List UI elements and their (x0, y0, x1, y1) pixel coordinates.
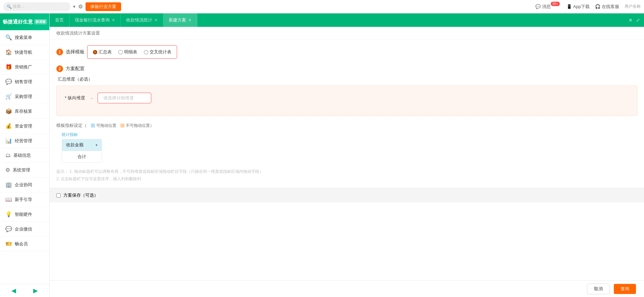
bulb-icon: 💡 (5, 211, 12, 217)
footer-save-area: 方案保存（可选） (50, 188, 644, 202)
sidebar-item-finance[interactable]: 💰 资金管理 (0, 119, 49, 134)
hint-section: 提示： 1. 拖动标题栏可以调整布局，不可跨维度或指标区域拖动栏目字段（只能在同… (56, 168, 637, 183)
step2-title: 方案配置 (66, 66, 85, 72)
sidebar-item-search[interactable]: 🔍 搜索菜单 (0, 30, 49, 45)
draggable-indicator: 可拖动位置 (91, 123, 116, 129)
sidebar-item-quick[interactable]: 🏠 快捷导航 (0, 45, 49, 60)
search-menu-icon: 🔍 (5, 34, 12, 41)
download-label: App下载 (573, 4, 590, 10)
sidebar-item-sales[interactable]: 💬 销售管理 (0, 75, 49, 89)
save-checkbox-label[interactable]: 方案保存（可选） (63, 192, 98, 198)
gift-icon: 🎁 (5, 64, 12, 70)
metrics-table-header[interactable]: 收款金额 ▾ (62, 139, 102, 151)
radio-detail-label[interactable]: 明细表 (124, 49, 137, 55)
header-dropdown-icon[interactable]: ▾ (73, 4, 75, 9)
tab-bank[interactable]: 现金银行流水查询 ✕ (69, 13, 121, 27)
step1-num: 1 (56, 49, 63, 55)
window-maximize-button[interactable]: ⤢ (636, 17, 640, 23)
hint-line-1: 提示： 1. 拖动标题栏可以调整布局，不可跨维度或指标区域拖动栏目字段（只能在同… (56, 168, 637, 176)
radio-summary-input[interactable] (93, 50, 97, 54)
content-area: 首页 现金银行流水查询 ✕ 收款情况统计 ✕ 新建方案 ✕ ✕ ⤢ 收款情 (50, 13, 644, 297)
tab-home[interactable]: 首页 (50, 13, 69, 27)
sidebar-label-finance: 资金管理 (15, 123, 32, 129)
draggable-label: 可拖动位置 (96, 123, 116, 129)
bottom-action-bar: 取消 查询 (50, 280, 644, 297)
form-section: 1 选择模板 汇总表 明细表 交叉统计表 (50, 40, 644, 188)
tab-collection-close[interactable]: ✕ (154, 18, 158, 22)
sidebar-bottom-icon-right[interactable]: ▶ (33, 287, 38, 294)
sidebar-item-basic[interactable]: 🗂 基础信息 (0, 148, 49, 163)
header-gear-icon[interactable]: ⚙ (78, 3, 83, 10)
dim-select-dropdown[interactable]: 请选择分组维度 (98, 93, 151, 103)
home-icon: 🏠 (5, 49, 12, 55)
trial-button[interactable]: 体验行业方案 (86, 2, 121, 11)
step2-num: 2 (56, 65, 63, 72)
tab-collection[interactable]: 收款情况统计 ✕ (121, 13, 163, 27)
non-draggable-label: 不可拖动位置） (126, 123, 154, 129)
radio-cross-label[interactable]: 交叉统计表 (150, 49, 171, 55)
header-search-bar[interactable]: 🔍 搜索... (3, 2, 70, 11)
tab-bar: 首页 现金银行流水查询 ✕ 收款情况统计 ✕ 新建方案 ✕ ✕ ⤢ (50, 13, 644, 27)
arrow-icon: → (89, 96, 94, 101)
save-checkbox[interactable] (56, 193, 61, 198)
download-icon: 📱 (567, 4, 572, 9)
sidebar-bottom-icon-left[interactable]: ◀ (11, 287, 16, 294)
sidebar-label-member: 畅会员 (15, 241, 28, 247)
sidebar-bottom: ◀ ▶ (0, 284, 49, 297)
message-label: 消息 (542, 4, 551, 10)
folder-icon: 🗂 (5, 152, 11, 158)
sidebar-label-inventory: 库存核算 (15, 108, 32, 114)
radio-cross[interactable]: 交叉统计表 (144, 49, 171, 55)
tab-bank-label: 现金银行流水查询 (75, 17, 110, 23)
sidebar-label-basic: 基础信息 (13, 152, 31, 158)
sidebar-label-corp: 企业协同 (15, 182, 32, 188)
sidebar-label-wechat: 企业微信 (15, 226, 32, 232)
sidebar-label-hardware: 智能硬件 (15, 211, 32, 217)
tab-bank-close[interactable]: ✕ (112, 18, 115, 22)
support-label: 在线客服 (602, 4, 619, 10)
message-button[interactable]: 💬 消息 99+ (535, 4, 561, 10)
cancel-button[interactable]: 取消 (587, 284, 610, 294)
sidebar-item-purchase[interactable]: 🛒 采购管理 (0, 89, 49, 104)
app-download-button[interactable]: 📱 App下载 (567, 4, 590, 10)
header-right: 💬 消息 99+ 📱 App下载 🎧 在线客服 用户名称 (535, 4, 641, 10)
stats-title: 统计指标 (62, 132, 637, 138)
sidebar-label-guide: 新手引导 (15, 197, 32, 203)
headset-icon: 🎧 (595, 4, 600, 9)
sidebar-item-member[interactable]: 🎫 畅会员 (0, 237, 49, 251)
sidebar-label-purchase: 采购管理 (15, 94, 32, 100)
radio-summary-label[interactable]: 汇总表 (99, 49, 112, 55)
sidebar-item-operation[interactable]: 📊 经营管理 (0, 134, 49, 148)
sales-icon: 💬 (5, 79, 12, 85)
sidebar-item-marketing[interactable]: 🎁 营销推广 (0, 60, 49, 75)
metrics-col-chevron[interactable]: ▾ (96, 143, 98, 147)
support-button[interactable]: 🎧 在线客服 (595, 4, 619, 10)
vertical-dim-label: * 纵向维度 (65, 95, 85, 101)
chart-icon: 📊 (5, 138, 12, 144)
radio-summary[interactable]: 汇总表 (93, 49, 112, 55)
radio-detail[interactable]: 明细表 (118, 49, 137, 55)
sidebar-label-quick: 快捷导航 (15, 49, 32, 55)
sidebar-label-sales: 销售管理 (15, 79, 32, 85)
sidebar-item-hardware[interactable]: 💡 智能硬件 (0, 207, 49, 222)
sidebar-item-corp[interactable]: 🏢 企业协同 (0, 178, 49, 192)
metrics-table-container: 统计指标 收款金额 ▾ 合计 (62, 132, 637, 163)
radio-cross-input[interactable] (144, 50, 148, 54)
radio-detail-input[interactable] (118, 50, 123, 54)
query-button[interactable]: 查询 (614, 284, 636, 294)
tab-new-plan-close[interactable]: ✕ (188, 18, 192, 22)
sidebar-item-guide[interactable]: 📖 新手引导 (0, 192, 49, 207)
window-minimize-button[interactable]: ✕ (629, 17, 633, 23)
box-icon: 📦 (5, 108, 12, 114)
page-content: 收款情况统计方案设置 1 选择模板 汇总表 明细表 (50, 27, 644, 280)
sidebar-item-wechat[interactable]: 💬 企业微信 (0, 222, 49, 237)
non-draggable-dot (120, 123, 124, 128)
metrics-header-label: 模板指标设定（ (56, 122, 87, 129)
sidebar-item-system[interactable]: ⚙ 系统管理 (0, 163, 49, 178)
tab-new-plan[interactable]: 新建方案 ✕ (163, 13, 197, 27)
tab-window-controls: ✕ ⤢ (625, 17, 644, 23)
tab-home-label: 首页 (55, 17, 64, 23)
sidebar-item-inventory[interactable]: 📦 库存核算 (0, 104, 49, 119)
version-tag: 标准版 (34, 19, 47, 24)
message-icon: 💬 (535, 4, 541, 9)
